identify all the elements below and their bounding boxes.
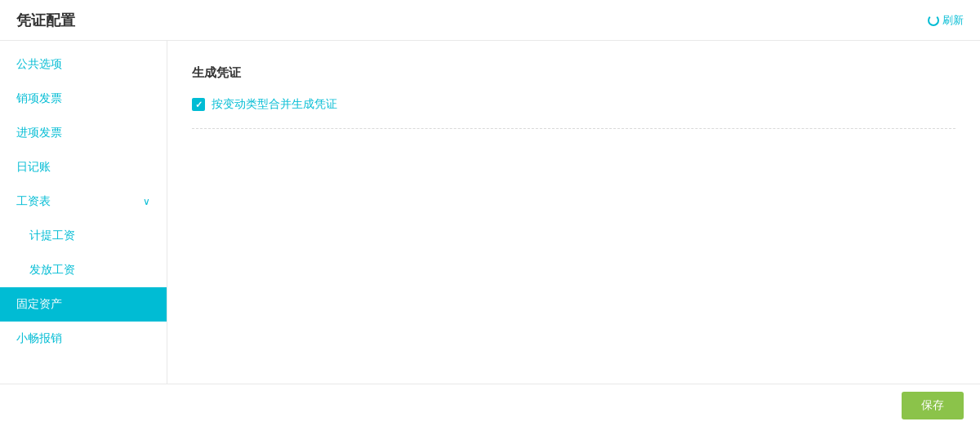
sidebar-item-label: 发放工资 (29, 263, 75, 277)
chevron-down-icon: ∨ (143, 196, 150, 207)
refresh-button[interactable]: 刷新 (928, 13, 964, 28)
merge-by-type-checkbox[interactable] (192, 98, 205, 111)
sidebar-item-label: 销项发票 (16, 91, 62, 106)
sidebar-item-sales-invoice[interactable]: 销项发票 (0, 82, 167, 116)
sidebar-item-pay-payroll[interactable]: 发放工资 (0, 253, 167, 287)
sidebar-item-expense-report[interactable]: 小畅报销 (0, 322, 167, 356)
sidebar-item-payroll-table[interactable]: 工资表∨ (0, 184, 167, 219)
refresh-label: 刷新 (942, 13, 964, 28)
refresh-icon (928, 15, 939, 26)
sidebar-item-purchase-invoice[interactable]: 进项发票 (0, 116, 167, 150)
sidebar-item-public-options[interactable]: 公共选项 (0, 47, 167, 82)
sidebar-item-fixed-assets[interactable]: 固定资产 (0, 287, 167, 322)
page-title: 凭证配置 (16, 11, 75, 30)
main-content: 生成凭证 按变动类型合并生成凭证 (167, 41, 980, 384)
header: 凭证配置 刷新 (0, 0, 980, 41)
merge-by-type-label[interactable]: 按变动类型合并生成凭证 (212, 97, 337, 112)
page-wrapper: 凭证配置 刷新 公共选项销项发票进项发票日记账工资表∨计提工资发放工资固定资产小… (0, 0, 980, 426)
footer: 保存 (0, 384, 980, 426)
sidebar-item-label: 日记账 (16, 160, 51, 175)
save-button[interactable]: 保存 (902, 392, 964, 419)
sidebar-item-label: 小畅报销 (16, 331, 62, 346)
section-title: 生成凭证 (192, 65, 956, 81)
sidebar-item-label: 工资表 (16, 194, 51, 209)
sidebar-item-label: 公共选项 (16, 57, 62, 72)
sidebar-item-label: 计提工资 (29, 229, 75, 243)
sidebar-item-label: 固定资产 (16, 297, 62, 312)
sidebar-item-journal[interactable]: 日记账 (0, 150, 167, 184)
checkbox-row: 按变动类型合并生成凭证 (192, 97, 956, 112)
sidebar-item-label: 进项发票 (16, 126, 62, 140)
sidebar-item-accrual-payroll[interactable]: 计提工资 (0, 219, 167, 253)
body: 公共选项销项发票进项发票日记账工资表∨计提工资发放工资固定资产小畅报销 生成凭证… (0, 41, 980, 384)
sidebar: 公共选项销项发票进项发票日记账工资表∨计提工资发放工资固定资产小畅报销 (0, 41, 167, 384)
divider (192, 128, 956, 129)
